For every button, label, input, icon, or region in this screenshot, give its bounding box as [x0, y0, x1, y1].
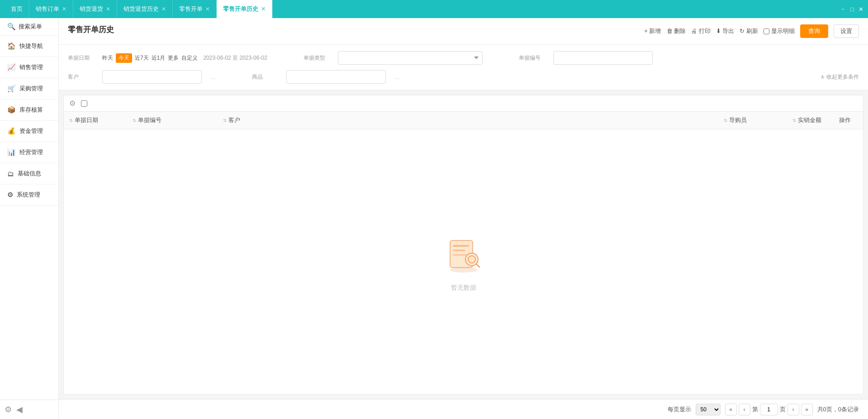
- content-area: 零售开单历史 + 新增 🗑 删除 🖨 打印 ⬇ 导出 ↻ 刷新 显示明细 查询 …: [59, 18, 868, 419]
- top-bar: 首页 销售订单 ✕ 销货退货 ✕ 销货退货历史 ✕ 零售开单 ✕ 零售开单历史 …: [0, 0, 868, 18]
- sidebar-item-sales[interactable]: 📈 销售管理: [0, 57, 58, 78]
- bill-no-label: 单据编号: [519, 54, 544, 62]
- filter-row-2: 客户 ... 商品 ... ∧ 收起更多条件: [68, 70, 859, 84]
- chevron-up-icon: ∧: [821, 74, 825, 80]
- th-customer[interactable]: ⇅ 客户: [218, 112, 718, 129]
- sidebar-item-quick-nav[interactable]: 🏠 快捷导航: [0, 36, 58, 57]
- date-label: 单据日期: [68, 54, 93, 62]
- date-opt-custom[interactable]: 自定义: [181, 54, 198, 62]
- date-opt-1month[interactable]: 近1月: [152, 54, 166, 62]
- close-tab-sales-order[interactable]: ✕: [62, 6, 66, 12]
- svg-point-0: [450, 267, 477, 273]
- sales-icon: 📈: [7, 63, 16, 71]
- export-button[interactable]: ⬇ 导出: [716, 27, 735, 35]
- th-salesperson[interactable]: ⇅ 导购员: [718, 112, 773, 129]
- empty-state: 暂无数据: [64, 129, 863, 394]
- toolbar: + 新增 🗑 删除 🖨 打印 ⬇ 导出 ↻ 刷新 显示明细 查询 设置: [644, 24, 859, 44]
- tab-retail-open-history[interactable]: 零售开单历史 ✕: [217, 0, 272, 18]
- goods-input[interactable]: [286, 70, 386, 84]
- finance-icon: 💰: [7, 127, 16, 135]
- tab-sales-return-history[interactable]: 销货退货历史 ✕: [117, 0, 173, 18]
- sidebar-item-basic[interactable]: 🗂 基础信息: [0, 163, 58, 184]
- prev-page-button[interactable]: ‹: [739, 404, 750, 415]
- tab-sales-order[interactable]: 销售订单 ✕: [29, 0, 73, 18]
- table-header: ⇅ 单据日期 ⇅ 单据编号 ⇅ 客户 ⇅ 导购员 ⇅ 实销金额: [64, 112, 863, 129]
- collapse-button[interactable]: ∧ 收起更多条件: [821, 73, 859, 81]
- settings-icon[interactable]: ⚙: [5, 405, 12, 414]
- sidebar-item-system[interactable]: ⚙ 系统管理: [0, 184, 58, 206]
- maximize-button[interactable]: □: [850, 6, 854, 13]
- empty-text: 暂无数据: [451, 284, 476, 292]
- table-settings-icon[interactable]: ⚙: [69, 99, 76, 108]
- tab-sales-return[interactable]: 销货退货 ✕: [73, 0, 117, 18]
- th-date[interactable]: ⇅ 单据日期: [64, 112, 127, 129]
- sidebar-bottom: ⚙ ◀: [0, 400, 58, 419]
- page-word: 页: [780, 405, 786, 414]
- per-page-select[interactable]: 20 50 100 200: [696, 404, 721, 415]
- last-page-button[interactable]: »: [801, 404, 813, 415]
- customer-input[interactable]: [102, 70, 202, 84]
- sidebar: 🔍 搜索采单 🏠 快捷导航 📈 销售管理 🛒 采购管理 📦 库存核算 💰 资金管…: [0, 18, 59, 419]
- system-icon: ⚙: [7, 191, 13, 199]
- operation-icon: 📊: [7, 148, 16, 156]
- add-button[interactable]: + 新增: [644, 27, 661, 35]
- sidebar-item-inventory[interactable]: 📦 库存核算: [0, 99, 58, 121]
- total-info: 共0页，0条记录: [817, 405, 859, 414]
- search-icon: 🔍: [7, 23, 16, 31]
- date-range-text: 2023-06-02 至 2023-06-02: [203, 54, 267, 62]
- next-page-button[interactable]: ›: [787, 404, 799, 415]
- settings-button[interactable]: 设置: [834, 24, 859, 38]
- basic-icon: 🗂: [7, 170, 14, 178]
- bill-no-input[interactable]: [553, 51, 653, 65]
- th-amount[interactable]: ⇅ 实销金额: [773, 112, 827, 129]
- collapse-sidebar-icon[interactable]: ◀: [16, 405, 23, 414]
- display-detail-checkbox[interactable]: [764, 28, 769, 34]
- table-toolbar: ⚙: [64, 95, 863, 112]
- date-opt-yesterday[interactable]: 昨天: [102, 54, 113, 62]
- close-tab-sales-return-history[interactable]: ✕: [161, 6, 166, 12]
- first-page-button[interactable]: «: [725, 404, 737, 415]
- close-tab-sales-return[interactable]: ✕: [106, 6, 110, 12]
- inventory-icon: 📦: [7, 106, 16, 114]
- close-tab-retail-open[interactable]: ✕: [205, 6, 210, 12]
- main-layout: 🔍 搜索采单 🏠 快捷导航 📈 销售管理 🛒 采购管理 📦 库存核算 💰 资金管…: [0, 18, 868, 419]
- print-button[interactable]: 🖨 打印: [691, 27, 711, 35]
- query-button[interactable]: 查询: [800, 24, 828, 38]
- filter-row-1: 单据日期 昨天 今天 近7天 近1月 更多 自定义 2023-06-02 至 2…: [68, 51, 859, 65]
- table-area: ⚙ ⇅ 单据日期 ⇅ 单据编号 ⇅ 客户 ⇅ 导购员: [63, 95, 863, 395]
- display-detail-checkbox-label[interactable]: 显示明细: [764, 27, 795, 35]
- tab-retail-open[interactable]: 零售开单 ✕: [173, 0, 217, 18]
- pagination: 每页显示 20 50 100 200 « ‹ 第 页 › » 共0页，0条记录: [59, 399, 868, 419]
- minimize-button[interactable]: －: [840, 5, 846, 13]
- page-nav: « ‹ 第 页 › »: [725, 404, 813, 415]
- window-close-button[interactable]: ✕: [859, 6, 863, 13]
- date-opt-7days[interactable]: 近7天: [135, 54, 149, 62]
- select-all-checkbox[interactable]: [81, 100, 87, 107]
- first-page-word: 第: [752, 405, 758, 414]
- sidebar-item-search[interactable]: 🔍 搜索采单: [0, 18, 58, 36]
- home-icon: 🏠: [7, 42, 16, 50]
- window-controls: － □ ✕: [840, 5, 863, 13]
- sort-icon-customer: ⇅: [223, 118, 227, 123]
- date-opt-more[interactable]: 更多: [168, 54, 179, 62]
- sort-icon-billno: ⇅: [133, 118, 136, 123]
- th-billno[interactable]: ⇅ 单据编号: [127, 112, 218, 129]
- page-number-input[interactable]: [760, 404, 778, 415]
- empty-icon: [441, 231, 486, 277]
- bill-type-label: 单据类型: [304, 54, 329, 62]
- svg-rect-3: [453, 250, 465, 251]
- close-tab-retail-open-history[interactable]: ✕: [261, 6, 266, 12]
- sidebar-item-purchase[interactable]: 🛒 采购管理: [0, 78, 58, 99]
- per-page-label: 每页显示: [668, 405, 691, 414]
- sidebar-item-finance[interactable]: 💰 资金管理: [0, 121, 58, 142]
- bill-type-select[interactable]: [338, 51, 483, 65]
- sidebar-item-operation[interactable]: 📊 经营管理: [0, 142, 58, 163]
- th-action: 操作: [827, 112, 863, 129]
- refresh-button[interactable]: ↻ 刷新: [740, 27, 758, 35]
- sort-icon-salesperson: ⇅: [724, 118, 727, 123]
- delete-button[interactable]: 🗑 删除: [667, 27, 686, 35]
- sort-icon-date: ⇅: [69, 118, 73, 123]
- customer-ellipsis: ...: [211, 74, 216, 80]
- date-opt-today[interactable]: 今天: [116, 53, 132, 63]
- tab-home[interactable]: 首页: [5, 0, 29, 18]
